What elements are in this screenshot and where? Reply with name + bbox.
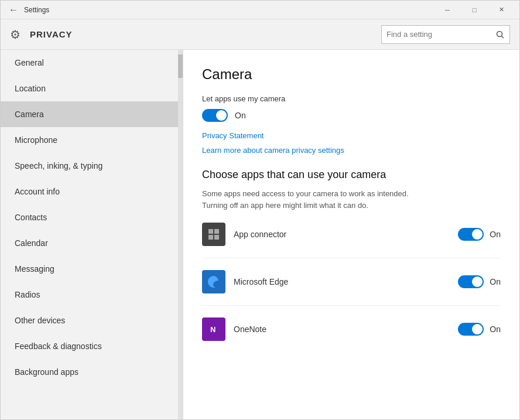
window-title: Settings <box>24 6 49 14</box>
sidebar-item-accountinfo[interactable]: Account info <box>1 179 183 204</box>
apps-section-desc: Some apps need access to your camera to … <box>202 188 501 211</box>
app-name-edge: Microsoft Edge <box>234 277 450 286</box>
settings-window: ← Settings ─ □ ✕ ⚙ PRIVACY <box>0 0 520 420</box>
sidebar-item-backgroundapps[interactable]: Background apps <box>1 359 183 385</box>
scrollbar-thumb[interactable] <box>178 54 183 78</box>
app-toggle-appconnector[interactable] <box>458 228 484 241</box>
app-toggle-state-edge: On <box>490 277 501 286</box>
appconnector-icon <box>207 227 221 241</box>
toggle-knob <box>216 110 227 121</box>
sidebar: General Location Camera Microphone Speec… <box>1 50 183 419</box>
app-toggle-state-appconnector: On <box>490 230 501 239</box>
sidebar-item-radios[interactable]: Radios <box>1 282 183 308</box>
sidebar-item-camera[interactable]: Camera <box>1 101 183 127</box>
sidebar-item-feedback[interactable]: Feedback & diagnostics <box>1 333 183 359</box>
svg-point-0 <box>497 31 502 36</box>
camera-toggle-label: Let apps use my camera <box>202 94 501 103</box>
app-row-appconnector: App connector On <box>202 223 501 246</box>
svg-rect-3 <box>214 229 219 234</box>
svg-rect-4 <box>208 235 213 240</box>
window-controls: ─ □ ✕ <box>434 1 515 19</box>
toggle-knob-appconnector <box>472 229 483 240</box>
camera-toggle-state: On <box>235 111 246 120</box>
page-title: Camera <box>202 66 501 83</box>
sidebar-item-messaging[interactable]: Messaging <box>1 256 183 282</box>
search-icon <box>496 30 504 39</box>
minimize-button[interactable]: ─ <box>434 1 461 19</box>
search-input[interactable] <box>382 30 491 39</box>
search-box <box>381 25 510 44</box>
sidebar-item-contacts[interactable]: Contacts <box>1 204 183 230</box>
svg-rect-2 <box>208 229 213 234</box>
app-row-onenote: N OneNote On <box>202 317 501 341</box>
back-button[interactable]: ← <box>5 2 22 18</box>
privacy-statement-link[interactable]: Privacy Statement <box>202 131 501 140</box>
divider-1 <box>202 258 501 258</box>
content-area: General Location Camera Microphone Speec… <box>1 50 519 419</box>
learn-more-link[interactable]: Learn more about camera privacy settings <box>202 146 501 155</box>
toggle-knob-edge <box>472 276 483 287</box>
scrollbar[interactable] <box>178 50 183 419</box>
app-title: PRIVACY <box>30 29 73 39</box>
camera-toggle[interactable] <box>202 109 228 122</box>
main-content: Camera Let apps use my camera On Privacy… <box>183 50 519 419</box>
apps-section-title: Choose apps that can use your camera <box>202 169 501 181</box>
sidebar-item-speech[interactable]: Speech, inking, & typing <box>1 153 183 179</box>
app-toggle-state-onenote: On <box>490 325 501 334</box>
maximize-button[interactable]: □ <box>461 1 488 19</box>
app-name-onenote: OneNote <box>234 325 450 334</box>
svg-text:N: N <box>210 325 215 334</box>
edge-icon <box>206 274 221 289</box>
sidebar-item-calendar[interactable]: Calendar <box>1 230 183 256</box>
sidebar-item-otherdevices[interactable]: Other devices <box>1 308 183 333</box>
title-bar: ← Settings ─ □ ✕ <box>1 1 519 19</box>
app-header: ⚙ PRIVACY <box>1 19 519 50</box>
app-icon-onenote: N <box>202 317 225 341</box>
app-name-appconnector: App connector <box>234 230 450 239</box>
app-toggle-row-appconnector: On <box>458 228 501 241</box>
app-icon-edge <box>202 270 225 293</box>
privacy-icon: ⚙ <box>10 28 24 42</box>
onenote-icon: N <box>207 322 221 336</box>
app-toggle-edge[interactable] <box>458 275 484 288</box>
divider-2 <box>202 305 501 306</box>
svg-line-1 <box>502 36 504 38</box>
close-button[interactable]: ✕ <box>488 1 515 19</box>
search-button[interactable] <box>491 25 509 44</box>
app-toggle-onenote[interactable] <box>458 323 484 336</box>
camera-toggle-row: On <box>202 109 501 122</box>
svg-rect-5 <box>214 235 219 240</box>
app-row-edge: Microsoft Edge On <box>202 270 501 293</box>
app-toggle-row-edge: On <box>458 275 501 288</box>
sidebar-item-general[interactable]: General <box>1 50 183 76</box>
sidebar-item-location[interactable]: Location <box>1 76 183 101</box>
app-toggle-row-onenote: On <box>458 323 501 336</box>
app-icon-appconnector <box>202 223 225 246</box>
toggle-knob-onenote <box>472 324 483 334</box>
sidebar-item-microphone[interactable]: Microphone <box>1 127 183 153</box>
